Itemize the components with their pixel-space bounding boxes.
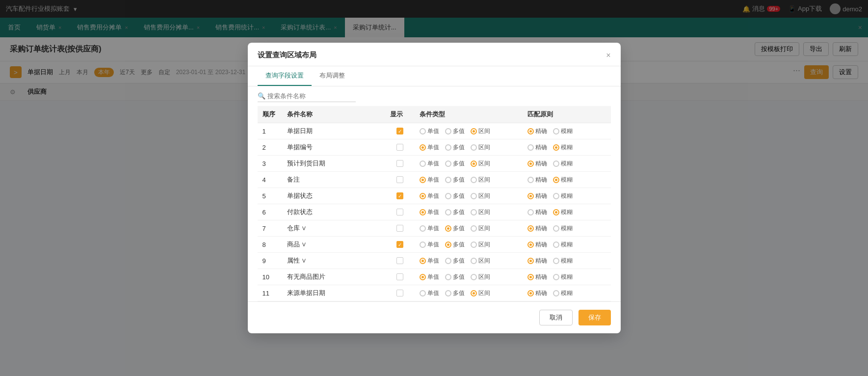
modal-overlay: 设置查询区域布局 × 查询字段设置 布局调整 🔍 顺序 [0,0,868,101]
modal-tabs: 查询字段设置 布局调整 [248,66,621,86]
modal-title: 设置查询区域布局 [258,51,316,60]
modal: 设置查询区域布局 × 查询字段设置 布局调整 🔍 顺序 [248,43,621,101]
tab-layout-adjust[interactable]: 布局调整 [312,66,353,86]
search-box: 🔍 [258,92,356,101]
search-icon: 🔍 [258,92,265,100]
tab-query-fields[interactable]: 查询字段设置 [258,66,312,86]
modal-search: 🔍 [248,86,621,101]
modal-header: 设置查询区域布局 × [248,43,621,66]
search-input[interactable] [267,92,346,100]
modal-close-button[interactable]: × [606,51,610,60]
